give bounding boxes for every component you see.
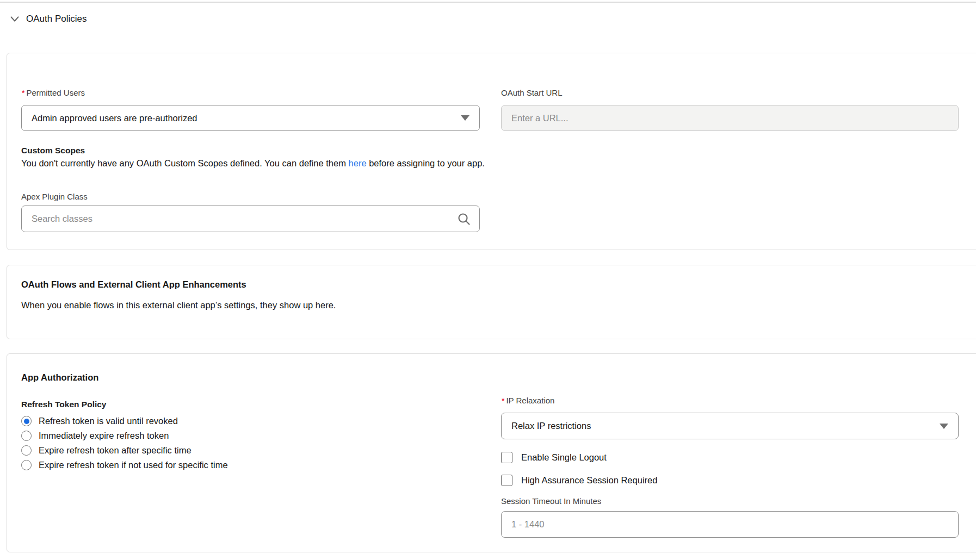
oauth-flows-description: When you enable flows in this external c…: [21, 300, 336, 310]
radio-option-expire-if-not-used[interactable]: Expire refresh token if not used for spe…: [21, 458, 228, 472]
permitted-users-value: Admin approved users are pre-authorized: [32, 113, 197, 123]
radio-unselected-icon: [21, 445, 32, 456]
apex-plugin-class-search: [21, 206, 480, 232]
plugin-policies-card: Plugin Policies * Permitted Users Admin …: [7, 53, 976, 250]
oauth-policies-section-header[interactable]: OAuth Policies: [9, 13, 87, 25]
radio-option-immediately-expire[interactable]: Immediately expire refresh token: [21, 428, 228, 443]
radio-unselected-icon: [21, 431, 32, 441]
apex-plugin-class-search-input[interactable]: [21, 206, 480, 232]
custom-scopes-text: You don't currently have any OAuth Custo…: [21, 158, 485, 169]
dropdown-arrow-icon: [940, 424, 948, 429]
ip-relaxation-value: Relax IP restrictions: [511, 421, 591, 431]
section-title: OAuth Policies: [26, 14, 87, 24]
permitted-users-select[interactable]: Admin approved users are pre-authorized: [21, 105, 480, 131]
app-authorization-title: App Authorization: [21, 372, 98, 383]
oauth-start-url-input: [501, 105, 959, 131]
enable-single-logout-checkbox-row[interactable]: Enable Single Logout: [501, 452, 607, 463]
checkbox-unchecked-icon: [501, 452, 512, 463]
required-asterisk: *: [502, 396, 504, 405]
dropdown-arrow-icon: [461, 115, 470, 121]
oauth-flows-card: OAuth Flows and External Client App Enha…: [7, 265, 976, 339]
ip-relaxation-label: * IP Relaxation: [502, 396, 554, 405]
ip-relaxation-select[interactable]: Relax IP restrictions: [501, 413, 959, 439]
oauth-start-url-label: OAuth Start URL: [501, 88, 563, 97]
refresh-token-policy-radio-group: Refresh token is valid until revoked Imm…: [21, 414, 228, 472]
custom-scopes-label: Custom Scopes: [21, 146, 85, 155]
session-timeout-input[interactable]: [501, 511, 959, 538]
permitted-users-label: * Permitted Users: [22, 88, 85, 97]
session-timeout-label: Session Timeout In Minutes: [501, 496, 601, 506]
oauth-flows-title: OAuth Flows and External Client App Enha…: [21, 279, 246, 290]
custom-scopes-here-link[interactable]: here: [349, 158, 367, 168]
radio-option-valid-until-revoked[interactable]: Refresh token is valid until revoked: [21, 414, 228, 428]
radio-selected-icon: [21, 416, 32, 426]
refresh-token-policy-label: Refresh Token Policy: [21, 400, 106, 409]
radio-option-expire-after-time[interactable]: Expire refresh token after specific time: [21, 443, 228, 458]
high-assurance-session-checkbox-row[interactable]: High Assurance Session Required: [501, 475, 657, 486]
radio-unselected-icon: [21, 460, 32, 470]
apex-plugin-class-label: Apex Plugin Class: [21, 192, 88, 201]
chevron-down-icon[interactable]: [9, 13, 21, 25]
required-asterisk: *: [22, 89, 24, 97]
app-authorization-card: App Authorization Refresh Token Policy R…: [7, 353, 976, 552]
search-icon: [457, 212, 471, 226]
checkbox-unchecked-icon: [501, 475, 512, 486]
top-divider: [0, 2, 976, 3]
